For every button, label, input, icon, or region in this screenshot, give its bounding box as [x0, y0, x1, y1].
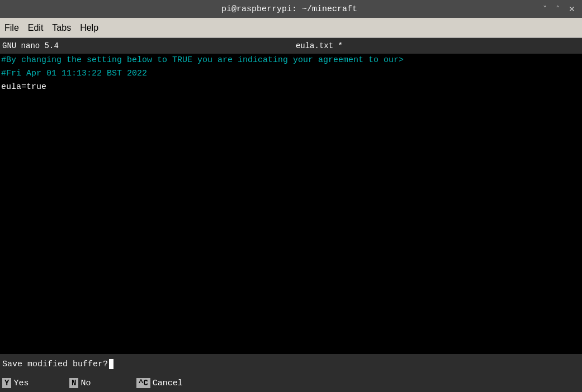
nano-top-bar: GNU nano 5.4 eula.txt *: [0, 38, 582, 54]
option-cancel-label: Cancel: [153, 379, 183, 388]
menu-tabs[interactable]: Tabs: [52, 23, 71, 33]
editor-line-2: #Fri Apr 01 11:13:22 BST 2022: [0, 67, 582, 81]
save-prompt-bar: Save modified buffer?: [0, 354, 582, 374]
editor-line-1: #By changing the setting below to TRUE y…: [0, 54, 582, 67]
menu-file[interactable]: File: [4, 23, 19, 33]
option-no-key: N: [69, 378, 78, 388]
title-bar-title: pi@raspberrypi: ~/minecraft: [38, 4, 541, 14]
save-prompt-cursor: [109, 359, 113, 369]
close-button[interactable]: ✕: [566, 4, 578, 14]
bottom-area: Save modified buffer? Y Yes N No ^C Canc…: [0, 354, 582, 392]
editor-area[interactable]: #By changing the setting below to TRUE y…: [0, 54, 582, 354]
option-yes-label: Yes: [13, 379, 29, 388]
menu-help[interactable]: Help: [80, 23, 98, 33]
option-no[interactable]: N No: [67, 374, 134, 392]
save-prompt-text: Save modified buffer?: [2, 360, 108, 369]
options-bar: Y Yes N No ^C Cancel: [0, 374, 582, 392]
option-no-label: No: [81, 379, 91, 388]
title-bar: pi@raspberrypi: ~/minecraft ˅ ˄ ✕: [0, 0, 582, 18]
editor-line-3: eula=true: [0, 81, 582, 94]
option-yes-key: Y: [2, 378, 11, 388]
option-cancel[interactable]: ^C Cancel: [134, 374, 201, 392]
menu-edit[interactable]: Edit: [28, 23, 44, 33]
minimize-button[interactable]: ˅: [541, 4, 549, 14]
content-wrapper: GNU nano 5.4 eula.txt * #By changing the…: [0, 38, 582, 392]
title-bar-controls: ˅ ˄ ✕: [541, 4, 578, 14]
menu-bar: File Edit Tabs Help: [0, 18, 582, 38]
option-cancel-key: ^C: [136, 378, 150, 388]
maximize-button[interactable]: ˄: [553, 4, 562, 14]
nano-version: GNU nano 5.4: [2, 41, 59, 50]
nano-filename: eula.txt *: [59, 41, 580, 50]
option-yes[interactable]: Y Yes: [0, 374, 67, 392]
